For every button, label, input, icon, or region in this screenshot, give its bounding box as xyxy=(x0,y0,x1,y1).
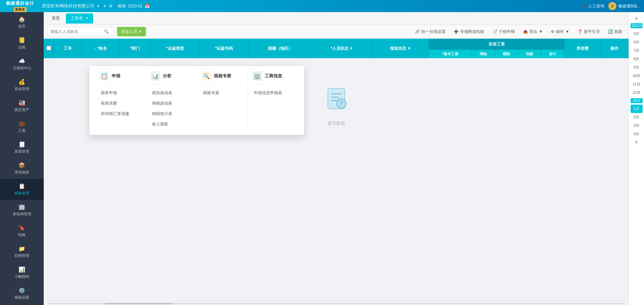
operation-button[interactable]: ⚙ 操作 ▼ xyxy=(548,27,572,36)
month-2023-09[interactable]: 9月 xyxy=(631,63,643,72)
export-button[interactable]: 📤 导出 ▼ xyxy=(520,27,545,36)
date-nav-down[interactable]: ▼ xyxy=(633,138,640,146)
special-deduction-label: 专项附加扣除 xyxy=(460,29,484,35)
avatar: B xyxy=(608,2,616,10)
search-input[interactable] xyxy=(50,29,104,34)
col-pension: 养老费 xyxy=(564,39,601,58)
sidebar-item-archive[interactable]: 📁 归档管理 xyxy=(0,241,44,262)
month-2024-02[interactable]: 2月 xyxy=(631,113,643,121)
menu-tax-statistics[interactable]: 纳税统计表 xyxy=(151,109,192,119)
empty-icon: ? xyxy=(323,85,350,117)
divider-1 xyxy=(146,71,146,129)
operation-icon: ⚙ xyxy=(551,29,555,34)
right-date-panel: ▲ 2023.01 5月 6月 7月 8月 9月 10月 11月 12月 202… xyxy=(629,12,644,305)
social-insurance-label: 统一社保设置 xyxy=(421,29,446,35)
sidebar-item-fixed-assets[interactable]: 🏭 固定资产 xyxy=(0,96,44,116)
col-id-type: *证鉴类型 xyxy=(151,39,200,58)
scroll-thumb[interactable] xyxy=(105,303,172,304)
sidebar-item-ledger[interactable]: 📒 总账 xyxy=(0,33,44,54)
bottom-scrollbar[interactable] xyxy=(44,302,629,305)
headset-icon: 🎧 xyxy=(582,4,587,8)
user-menu[interactable]: B 畅捷通B组... xyxy=(608,2,641,10)
add-company-button[interactable]: + xyxy=(103,3,106,9)
add-person-button[interactable]: 添加人员 ▼ xyxy=(117,27,146,36)
search-box[interactable]: 🔍 xyxy=(47,27,114,36)
menu-annual-report[interactable]: 年报信息申报表 xyxy=(253,88,294,98)
new-guide-label: 新手引导 xyxy=(584,29,600,35)
declaration-title: 申报 xyxy=(112,73,120,79)
menu-income-tax-clearance[interactable]: 所得税汇算清缴 xyxy=(100,109,141,119)
special-deduction-button[interactable]: ➕ 专项附加扣除 xyxy=(451,27,487,36)
sidebar-item-tax[interactable]: 📋 税务管理 xyxy=(0,179,44,200)
month-2023-08[interactable]: 8月 xyxy=(631,55,643,63)
company-name: 西安虾米网络科技有限公司 xyxy=(42,3,94,9)
sidebar-item-settlement[interactable]: 🔖 结账 xyxy=(0,221,44,241)
tax-dropdown-menu: 📋 申报 税务申报 税表清册 所得税汇算清缴 📊 分析 税负波动表 纳税波动表 xyxy=(89,66,304,135)
month-2024-03[interactable]: 3月 xyxy=(631,121,643,130)
period-year-label: 2023.01 xyxy=(631,23,643,28)
support-button[interactable]: 🎧 人工咨询 xyxy=(582,3,604,9)
menu-tax-declaration[interactable]: 税务申报 xyxy=(100,88,141,98)
company-selector[interactable]: 西安虾米网络科技有限公司 ▼ xyxy=(42,3,100,9)
month-2023-11[interactable]: 11月 xyxy=(631,80,643,88)
sidebar-item-inventory[interactable]: 📦 库存核算 xyxy=(0,158,44,179)
sidebar-label-ledger: 总账 xyxy=(18,45,26,50)
menu-income-forecast[interactable]: 收入测算 xyxy=(151,119,192,129)
menu-tax-burden-wave[interactable]: 税负波动表 xyxy=(151,88,192,98)
select-all-checkbox[interactable] xyxy=(46,46,51,50)
tab-home[interactable]: 首页 xyxy=(47,13,65,24)
date-nav-up[interactable]: ▲ xyxy=(633,14,640,22)
archive-icon: 📁 xyxy=(18,245,25,252)
refresh-button[interactable]: 🔄 刷新 xyxy=(605,27,625,36)
table-wrapper: 工号 ↕ *姓名 *部门 *证鉴类型 *证鉴号码 国籍（地区） *人员状态 ▼ … xyxy=(44,39,629,302)
month-2024-04[interactable]: 4月 xyxy=(631,130,643,138)
menu-tax-wave[interactable]: 纳税波动表 xyxy=(151,98,192,109)
tax-return-button[interactable]: 📝 个税申报 xyxy=(490,27,518,36)
export-arrow: ▼ xyxy=(539,29,543,34)
sidebar-item-multi-org[interactable]: 🏢 多机构管理 xyxy=(0,200,44,221)
social-insurance-button[interactable]: 🔗 统一社保设置 xyxy=(412,27,448,36)
col-total: 合计 xyxy=(541,50,564,58)
month-2023-12[interactable]: 12月 xyxy=(631,88,643,97)
empty-text: 暂无数据 xyxy=(328,120,345,126)
calendar-icon[interactable]: 📅 xyxy=(145,4,150,8)
invoice-icon: 🧾 xyxy=(18,141,25,148)
new-guide-button[interactable]: ❓ 新手引导 xyxy=(575,27,603,36)
col-allowance: 津贴 xyxy=(472,50,495,58)
sidebar-item-invoice[interactable]: 🧾 发票管理 xyxy=(0,137,44,158)
month-2024-01[interactable]: 1月 xyxy=(631,105,643,113)
menu-tax-table-list[interactable]: 税表清册 xyxy=(100,98,141,109)
tab-home-label: 首页 xyxy=(52,15,60,21)
col-nationality: 国籍（地区） xyxy=(249,39,312,58)
tax-return-icon: 📝 xyxy=(492,29,497,34)
period-value: 2023-01 xyxy=(128,4,143,8)
menu-tax-expert[interactable]: 税检专家 xyxy=(202,88,243,98)
salary-table: 工号 ↕ *姓名 *部门 *证鉴类型 *证鉴号码 国籍（地区） *人员状态 ▼ … xyxy=(44,39,629,58)
month-2023-05[interactable]: 5月 xyxy=(631,30,643,38)
sidebar-item-salary[interactable]: 💼 工资 xyxy=(0,116,44,137)
tab-salary-table[interactable]: 工资表 ✕ xyxy=(66,13,93,24)
sidebar-item-report[interactable]: 📊 小畅报销 xyxy=(0,262,44,283)
fixed-assets-icon: 🏭 xyxy=(18,100,25,106)
export-label: 导出 xyxy=(529,29,537,35)
dropdown-header-declaration: 📋 申报 xyxy=(100,71,141,84)
settings-icon[interactable]: ⚙ xyxy=(109,4,113,8)
tab-close-icon[interactable]: ✕ xyxy=(85,16,88,21)
divider-2 xyxy=(197,71,197,129)
sidebar-item-basic[interactable]: ⚙️ 基础设置 xyxy=(0,283,44,304)
col-salary-group: 应发工资 xyxy=(429,39,564,50)
sidebar: 🏠 首页 📒 总账 ☁️ 云报表中心 💰 资金管理 🏭 固定资产 💼 工资 🧾 … xyxy=(0,12,44,305)
month-2023-06[interactable]: 6月 xyxy=(631,38,643,46)
operation-arrow: ▼ xyxy=(565,29,569,34)
month-2023-07[interactable]: 7月 xyxy=(631,46,643,55)
tax-expert-icon: 🔍 xyxy=(202,71,211,81)
month-2023-10[interactable]: 10月 xyxy=(631,72,643,80)
refresh-icon: 🔄 xyxy=(608,29,613,34)
home-icon: 🏠 xyxy=(18,16,25,23)
ledger-icon: 📒 xyxy=(18,37,25,43)
sidebar-item-home[interactable]: 🏠 首页 xyxy=(0,12,44,33)
sidebar-item-cloud-report[interactable]: ☁️ 云报表中心 xyxy=(0,54,44,75)
add-person-dropdown-arrow: ▼ xyxy=(139,30,142,34)
col-status: *人员状态 ▼ xyxy=(312,39,372,58)
sidebar-item-fund[interactable]: 💰 资金管理 xyxy=(0,75,44,96)
